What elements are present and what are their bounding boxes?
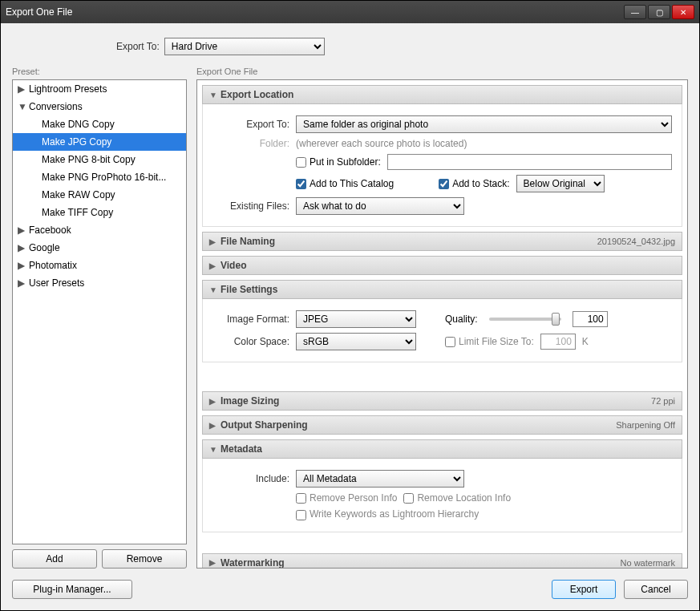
section-output-sharpening-header[interactable]: ▶ Output Sharpening Sharpening Off [202,415,682,435]
chevron-right-icon: ▶ [18,83,29,95]
preset-label: Make PNG ProPhoto 16-bit... [42,172,166,183]
section-file-naming-title: File Naming [221,236,275,247]
titlebar[interactable]: Export One File — ▢ ✕ [1,1,699,23]
output-sharpening-summary: Sharpening Off [616,420,675,430]
preset-group[interactable]: ▶Facebook [13,221,186,239]
preset-item[interactable]: Make PNG ProPhoto 16-bit... [13,168,186,186]
file-naming-summary: 20190524_0432.jpg [597,237,675,246]
section-export-location-header[interactable]: ▼ Export Location [202,85,682,104]
image-sizing-summary: 72 ppi [651,396,675,406]
section-file-settings-header[interactable]: ▼ File Settings [202,280,682,299]
existing-files-select[interactable]: Ask what to do [296,197,464,215]
preset-item[interactable]: Make PNG 8-bit Copy [13,151,186,168]
limit-file-size-checkbox[interactable]: Limit File Size To: [445,336,534,347]
preset-label: Make RAW Copy [42,189,115,200]
section-file-settings-title: File Settings [221,284,277,295]
chevron-right-icon: ▶ [18,260,29,271]
image-format-select[interactable]: JPEG [296,310,416,328]
section-image-sizing-title: Image Sizing [221,395,279,407]
preset-item[interactable]: Make RAW Copy [13,186,186,204]
chevron-down-icon: ▼ [18,101,29,112]
chevron-right-icon: ▶ [209,261,221,270]
watermarking-summary: No watermark [621,558,675,568]
preset-group[interactable]: ▶Photomatix [13,257,186,274]
chevron-right-icon: ▶ [18,277,29,289]
limit-unit: K [582,336,589,347]
preset-group[interactable]: ▼Conversions [13,98,186,115]
preset-label: Make JPG Copy [42,136,111,148]
metadata-include-label: Include: [212,473,289,484]
settings-scroll[interactable]: ▼ Export Location Export To: Same folder… [196,79,688,569]
preset-item[interactable]: Make DNG Copy [13,115,186,133]
remove-preset-button[interactable]: Remove [102,549,187,569]
preset-group[interactable]: ▶Google [13,239,186,257]
add-preset-button[interactable]: Add [12,549,97,569]
chevron-down-icon: ▼ [209,445,221,454]
preset-label: Google [29,242,60,253]
section-video-title: Video [221,260,246,271]
window-title: Export One File [6,6,624,18]
export-button[interactable]: Export [552,580,616,599]
preset-label: Make PNG 8-bit Copy [42,154,136,165]
metadata-include-select[interactable]: All Metadata [296,470,464,488]
color-space-select[interactable]: sRGB [296,333,416,350]
section-video-header[interactable]: ▶ Video [202,256,682,275]
preset-group[interactable]: ▶User Presets [13,274,186,292]
right-panel-label: Export One File [196,67,688,76]
chevron-down-icon: ▼ [209,285,221,294]
existing-files-label: Existing Files: [212,200,289,212]
limit-file-size-input[interactable] [540,334,576,350]
subfolder-name-input[interactable] [387,154,672,170]
export-to-label: Export To: [116,41,160,52]
close-button[interactable]: ✕ [672,5,694,19]
cancel-button[interactable]: Cancel [624,580,688,599]
remove-location-info-checkbox[interactable]: Remove Location Info [403,492,511,504]
minimize-button[interactable]: — [624,5,646,19]
section-metadata-title: Metadata [221,443,262,455]
preset-item[interactable]: Make JPG Copy [13,133,186,151]
quality-slider[interactable] [489,318,561,321]
section-output-sharpening-title: Output Sharpening [221,419,308,431]
loc-export-to-label: Export To: [212,119,289,130]
chevron-right-icon: ▶ [209,558,221,567]
color-space-label: Color Space: [212,336,289,347]
remove-person-info-checkbox[interactable]: Remove Person Info [296,492,397,504]
put-in-subfolder-checkbox[interactable]: Put in Subfolder: [296,156,381,168]
add-to-stack-checkbox[interactable]: Add to Stack: [439,178,509,189]
section-metadata-header[interactable]: ▼ Metadata [202,439,682,459]
preset-item[interactable]: Make TIFF Copy [13,204,186,221]
quality-input[interactable] [573,311,608,327]
write-keywords-checkbox[interactable]: Write Keywords as Lightroom Hierarchy [296,508,479,520]
preset-label: Photomatix [29,260,77,271]
chevron-right-icon: ▶ [18,225,29,236]
maximize-button[interactable]: ▢ [648,5,670,19]
section-watermarking-header[interactable]: ▶ Watermarking No watermark [202,553,682,569]
preset-label: Preset: [12,67,187,76]
preset-label: Make TIFF Copy [42,207,113,218]
image-format-label: Image Format: [212,314,289,325]
chevron-right-icon: ▶ [18,242,29,253]
plugin-manager-button[interactable]: Plug-in Manager... [12,580,132,599]
section-image-sizing-header[interactable]: ▶ Image Sizing 72 ppi [202,391,682,411]
section-file-naming-header[interactable]: ▶ File Naming 20190524_0432.jpg [202,232,682,251]
dialog-content: Export To: Hard Drive Preset: ▶Lightroom… [1,23,699,610]
preset-group[interactable]: ▶Lightroom Presets [13,80,186,98]
preset-label: Conversions [29,101,83,112]
chevron-right-icon: ▶ [209,421,221,430]
quality-label: Quality: [445,314,478,325]
loc-folder-label: Folder: [212,138,289,149]
preset-label: Make DNG Copy [42,119,115,130]
preset-label: Lightroom Presets [29,83,107,95]
section-export-location-title: Export Location [221,89,293,100]
chevron-right-icon: ▶ [209,397,221,406]
loc-export-to-select[interactable]: Same folder as original photo [296,115,672,133]
stack-position-select[interactable]: Below Original [516,175,605,192]
chevron-down-icon: ▼ [209,91,221,99]
preset-label: User Presets [29,277,84,289]
chevron-right-icon: ▶ [209,237,221,246]
add-to-catalog-checkbox[interactable]: Add to This Catalog [296,178,394,189]
preset-list[interactable]: ▶Lightroom Presets▼ConversionsMake DNG C… [12,79,187,544]
preset-label: Facebook [29,225,71,236]
loc-folder-value: (wherever each source photo is located) [296,138,467,149]
export-to-select[interactable]: Hard Drive [164,38,325,55]
